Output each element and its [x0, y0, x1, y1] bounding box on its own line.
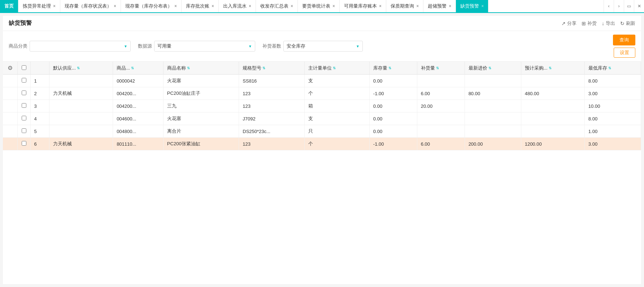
tab-6-close[interactable]: ×: [291, 4, 293, 9]
col-settings[interactable]: ⚙: [3, 62, 17, 75]
tab-7-close[interactable]: ×: [332, 4, 335, 9]
supplier-sort-icon: ⇅: [77, 66, 80, 70]
cell-min-stock: 10.00: [584, 100, 641, 112]
row-checkbox[interactable]: [22, 78, 26, 83]
data-table-wrap: ⚙ 默认供应... ⇅ 商品...: [3, 62, 641, 150]
cell-rownum: 6: [30, 138, 49, 150]
replenish-button[interactable]: ⊞ 补货: [582, 20, 597, 27]
table-row: 4004600...火花塞J7092支0.008.00: [3, 112, 641, 125]
tab-3[interactable]: 现存量（库存分布表） ×: [121, 0, 182, 12]
replenish-base-select[interactable]: 安全库存 ▼: [283, 41, 363, 52]
row-checkbox[interactable]: [22, 116, 26, 120]
col-supplier-label: 默认供应...: [53, 65, 76, 71]
row-checkbox[interactable]: [22, 90, 26, 95]
query-button[interactable]: 查询: [613, 35, 635, 45]
row-checkbox[interactable]: [22, 141, 26, 146]
tab-9-label: 保质期查询: [391, 3, 414, 9]
tab-8-close[interactable]: ×: [379, 4, 382, 9]
tab-prev-btn[interactable]: ‹: [604, 0, 614, 12]
col-latest-price-label: 最新进价: [469, 65, 487, 71]
row-checkbox[interactable]: [22, 128, 26, 133]
col-unit[interactable]: 主计量单位 ⇅: [304, 62, 369, 75]
tab-3-close[interactable]: ×: [174, 4, 177, 9]
refresh-button[interactable]: ↻ 刷新: [620, 20, 635, 27]
cell-min-stock: 8.00: [584, 75, 641, 87]
tab-7[interactable]: 要货单统计表 ×: [298, 0, 340, 12]
category-filter-label: 商品分类: [9, 43, 27, 49]
table-row: 5004800...离合片DS250*23c...只0.001.00: [3, 125, 641, 138]
cell-product-name: PC200油缸庄子: [163, 87, 239, 100]
est-purchase-sort-icon: ⇅: [549, 66, 552, 70]
col-replenish-qty[interactable]: 补货量 ⇅: [417, 62, 465, 75]
col-est-purchase[interactable]: 预计采购... ⇅: [521, 62, 584, 75]
cell-checkbox[interactable]: [17, 112, 30, 125]
tab-11-close[interactable]: ×: [481, 4, 484, 9]
cell-checkbox[interactable]: [17, 100, 30, 112]
replenish-icon: ⊞: [582, 21, 586, 26]
col-spec[interactable]: 规格型号 ⇅: [239, 62, 304, 75]
tab-9-close[interactable]: ×: [416, 4, 419, 9]
col-product-name-label: 商品名称: [167, 65, 186, 71]
tab-6-label: 收发存汇总表: [260, 3, 288, 9]
tab-2[interactable]: 现存量（库存状况表） ×: [60, 0, 121, 12]
tab-10[interactable]: 超储预警 ×: [423, 0, 456, 12]
row-checkbox[interactable]: [22, 103, 26, 108]
tab-4-close[interactable]: ×: [212, 4, 214, 9]
share-button[interactable]: ↗ 分享: [561, 20, 576, 27]
cell-unit: 个: [304, 87, 369, 100]
product-code-sort-icon: ⇅: [131, 66, 134, 70]
cell-settings: [3, 112, 17, 125]
cell-stock-qty: -1.00: [369, 138, 417, 150]
tab-5[interactable]: 出入库流水 ×: [219, 0, 256, 12]
col-unit-label: 主计量单位: [308, 65, 332, 71]
column-settings-icon[interactable]: ⚙: [8, 65, 13, 71]
col-product-name[interactable]: 商品名称 ⇅: [163, 62, 239, 75]
tab-9[interactable]: 保质期查询 ×: [386, 0, 423, 12]
col-latest-price[interactable]: 最新进价 ⇅: [465, 62, 521, 75]
tab-3-label: 现存量（库存分布表）: [125, 3, 172, 9]
col-product-code[interactable]: 商品... ⇅: [113, 62, 164, 75]
cell-checkbox[interactable]: [17, 138, 30, 150]
cell-min-stock: 3.00: [584, 138, 641, 150]
tab-8[interactable]: 可用量库存账本 ×: [340, 0, 386, 12]
tab-2-close[interactable]: ×: [114, 4, 116, 9]
tab-restore-btn[interactable]: ▭: [624, 0, 634, 12]
col-stock-qty[interactable]: 库存量 ⇅: [369, 62, 417, 75]
col-replenish-qty-label: 补货量: [421, 65, 435, 71]
replenish-base-filter-group: 补货基数 安全库存 ▼: [262, 41, 363, 52]
tab-close-all-btn[interactable]: ✕: [634, 0, 644, 12]
col-min-stock[interactable]: 最低库存 ⇅: [584, 62, 641, 75]
col-est-purchase-label: 预计采购...: [525, 65, 548, 71]
cell-supplier: [49, 125, 113, 138]
tab-4[interactable]: 库存批次账 ×: [182, 0, 219, 12]
col-min-stock-label: 最低库存: [588, 65, 607, 71]
cell-spec: 123: [239, 138, 304, 150]
cell-min-stock: 3.00: [584, 87, 641, 100]
category-select[interactable]: ▼: [30, 41, 131, 52]
cell-checkbox[interactable]: [17, 125, 30, 138]
tab-6[interactable]: 收发存汇总表 ×: [256, 0, 298, 12]
select-all-checkbox[interactable]: [22, 65, 26, 70]
tab-11[interactable]: 缺货预警 ×: [456, 0, 488, 12]
cell-latest-price: [465, 100, 521, 112]
cell-product-code: 004800...: [113, 125, 164, 138]
tab-1-close[interactable]: ×: [53, 4, 56, 9]
cell-rownum: 5: [30, 125, 49, 138]
settings-button[interactable]: 设置: [614, 48, 635, 58]
cell-settings: [3, 87, 17, 100]
tab-10-label: 超储预警: [428, 3, 447, 9]
cell-spec: 123: [239, 100, 304, 112]
tab-10-close[interactable]: ×: [449, 4, 451, 9]
cell-unit: 个: [304, 138, 369, 150]
tab-next-btn[interactable]: ›: [614, 0, 624, 12]
tab-5-close[interactable]: ×: [249, 4, 251, 9]
col-supplier[interactable]: 默认供应... ⇅: [49, 62, 113, 75]
cell-replenish-qty: [417, 75, 465, 87]
tab-1-label: 拣货异常处理: [23, 3, 51, 9]
datasource-select[interactable]: 可用量 ▼: [154, 41, 255, 52]
tab-home[interactable]: 首页: [0, 0, 18, 12]
cell-checkbox[interactable]: [17, 75, 30, 87]
export-button[interactable]: ↓ 导出: [602, 20, 615, 27]
cell-checkbox[interactable]: [17, 87, 30, 100]
tab-1[interactable]: 拣货异常处理 ×: [18, 0, 60, 12]
